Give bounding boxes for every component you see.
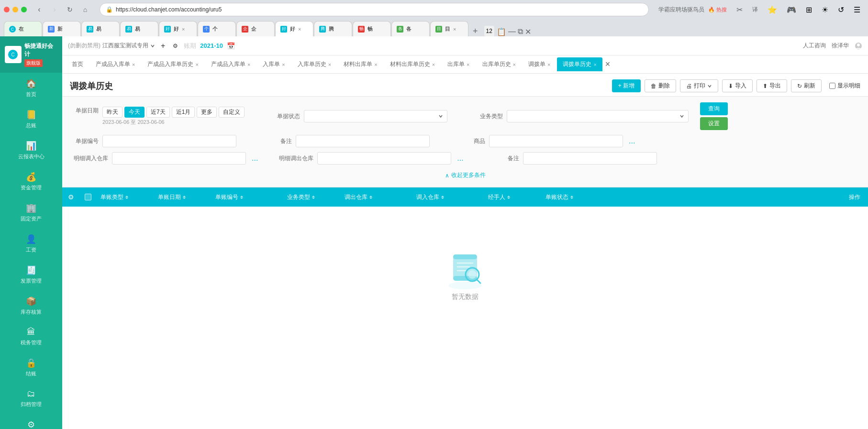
th-type[interactable]: 单账类型 (97, 193, 154, 201)
table-settings-icon[interactable]: ⚙ (68, 193, 74, 201)
window-close-icon[interactable]: ✕ (525, 27, 531, 36)
period-calendar-icon[interactable]: 📅 (227, 42, 235, 50)
extensions-btn[interactable]: ✂ (733, 4, 746, 16)
browser-tab-4[interactable]: 好 好 × (159, 21, 197, 36)
minimize-icon[interactable]: — (508, 27, 516, 36)
page-tab-pt8[interactable]: 材料出库单历史 × (384, 57, 441, 71)
page-tab-close-pt10[interactable]: × (513, 62, 516, 67)
print-btn[interactable]: 🖨 打印 (680, 79, 718, 92)
date-btn-more[interactable]: 更多 (197, 107, 217, 118)
home-btn[interactable]: ⌂ (78, 3, 92, 16)
refresh-btn[interactable]: ↻ (63, 3, 77, 16)
sidebar-item-inventory[interactable]: 📦 库存核算 (0, 290, 62, 321)
show-all-checkbox[interactable] (829, 83, 835, 89)
goods-input[interactable] (489, 135, 623, 147)
page-tab-close-pt3[interactable]: × (195, 62, 198, 67)
in-warehouse-dots-btn[interactable]: ... (252, 154, 258, 163)
th-in[interactable]: 调入仓库 (412, 193, 484, 201)
restore-icon[interactable]: ⧉ (518, 27, 523, 36)
browser-tab-10[interactable]: 各 各 (391, 21, 430, 36)
back-btn[interactable]: ‹ (33, 3, 46, 16)
date-btn-1month[interactable]: 近1月 (172, 107, 195, 118)
address-bar[interactable]: 🔒 https://cloud.chanjet.com/accounting/u… (100, 3, 649, 16)
browser-tab-2[interactable]: 易 易 (81, 21, 120, 36)
new-tab-btn[interactable]: + (469, 26, 482, 36)
date-btn-yesterday[interactable]: 昨天 (102, 107, 122, 118)
sidebar-item-assets[interactable]: 🏢 固定资产 (0, 197, 62, 228)
tab-count-badge[interactable]: 12 (484, 26, 494, 36)
goods-dots-btn[interactable]: ... (629, 137, 635, 145)
star-btn[interactable]: ⭐ (764, 4, 781, 16)
page-tab-pt4[interactable]: 产成品入库单 × (205, 57, 256, 71)
company-selector[interactable]: (勿删勿禁用) 江西服宝测试专用 (68, 42, 155, 50)
sidebar-item-settings[interactable]: ⚙ 基础设置 (0, 414, 62, 429)
page-tab-close-pt7[interactable]: × (374, 62, 377, 67)
browser-tab-chanjet[interactable]: C 在 (4, 21, 42, 36)
tab-close-11[interactable]: × (453, 26, 456, 32)
th-num[interactable]: 单账编号 (211, 193, 283, 201)
company-settings-btn[interactable]: ⚙ (171, 43, 180, 49)
date-btn-custom[interactable]: 自定义 (219, 107, 245, 118)
note2-input[interactable] (523, 152, 657, 165)
sidebar-item-tax[interactable]: 🏛 税务管理 (0, 321, 62, 352)
page-tab-pt12[interactable]: 调拨单历史 × (557, 57, 602, 71)
import-btn[interactable]: ⬇ 导入 (722, 79, 753, 92)
page-tab-pt3[interactable]: 产成品入库单历史 × (142, 57, 204, 71)
window-minimize-btn[interactable] (12, 7, 18, 12)
biz-type-select[interactable] (507, 110, 689, 122)
add-company-btn[interactable]: + (159, 42, 167, 50)
sidebar-item-funds[interactable]: 💰 资金管理 (0, 166, 62, 197)
doc-status-select[interactable] (304, 110, 447, 122)
sidebar-item-payroll[interactable]: 👤 工资 (0, 228, 62, 259)
browser-tab-5[interactable]: 个 个 (198, 21, 236, 36)
query-btn[interactable]: 查询 (700, 102, 728, 115)
browser-tab-8[interactable]: 腾 腾 (314, 21, 352, 36)
page-tab-pt7[interactable]: 材料出库单 × (338, 57, 383, 71)
close-all-tabs-btn[interactable]: × (605, 59, 611, 69)
browser-tab-3[interactable]: 易 易 (120, 21, 158, 36)
th-out[interactable]: 调出仓库 (341, 193, 412, 201)
delete-btn[interactable]: 🗑 删除 (645, 79, 676, 92)
grid-btn[interactable]: ⊞ (802, 4, 816, 16)
th-date[interactable]: 单账日期 (154, 193, 211, 201)
th-biz[interactable]: 业务类型 (283, 193, 341, 201)
in-warehouse-input[interactable] (112, 152, 246, 165)
filter-settings-btn[interactable]: 设置 (700, 117, 728, 130)
note-input[interactable] (296, 135, 430, 147)
out-warehouse-dots-btn[interactable]: ... (457, 154, 463, 163)
browser-tab-6[interactable]: 企 企 (236, 21, 275, 36)
select-all-checkbox[interactable] (85, 194, 91, 200)
page-tab-close-pt9[interactable]: × (467, 62, 469, 67)
page-tab-close-pt6[interactable]: × (328, 62, 331, 67)
page-tab-pt6[interactable]: 入库单历史 × (292, 57, 337, 71)
sidebar-item-home[interactable]: 🏠 首页 (0, 73, 62, 104)
th-checkbox[interactable] (79, 194, 97, 200)
tab-close-7[interactable]: × (298, 26, 301, 32)
page-tab-pt11[interactable]: 调拨单 × (523, 57, 556, 71)
out-warehouse-input[interactable] (317, 152, 451, 165)
page-tab-pt9[interactable]: 出库单 × (442, 57, 475, 71)
page-tab-home[interactable]: 首页 (66, 57, 89, 71)
date-btn-today[interactable]: 今天 (124, 107, 145, 118)
page-tab-close-pt11[interactable]: × (547, 62, 550, 67)
forward-btn[interactable]: › (48, 3, 61, 16)
refresh-page-btn[interactable]: ↻ 刷新 (791, 79, 822, 92)
date-btn-7days[interactable]: 近7天 (146, 107, 170, 118)
translate-btn[interactable]: 译 (748, 4, 762, 15)
browser-tab-11[interactable]: 目 目 × (430, 21, 468, 36)
page-tab-pt5[interactable]: 入库单 × (257, 57, 290, 71)
show-all-btn[interactable]: 显示明细 (829, 82, 860, 90)
tab-close-4[interactable]: × (182, 26, 185, 32)
browser-tab-9[interactable]: 畅 畅 (353, 21, 391, 36)
new-btn[interactable]: + 新增 (612, 79, 641, 92)
page-tab-close-pt5[interactable]: × (282, 62, 285, 67)
menu-btn[interactable]: ☰ (850, 4, 864, 16)
sidebar-item-archive[interactable]: 🗂 归档管理 (0, 383, 62, 414)
customer-service-btn[interactable]: 人工咨询 (803, 42, 826, 50)
page-tab-close-pt2[interactable]: × (132, 62, 135, 67)
browser-tab-1[interactable]: 新 新 (43, 21, 81, 36)
page-tab-pt2[interactable]: 产成品入库单 × (90, 57, 141, 71)
collapse-btn[interactable]: ∧ 收起更多条件 (445, 169, 486, 181)
window-maximize-btn[interactable] (21, 7, 27, 12)
page-tab-close-pt4[interactable]: × (247, 62, 250, 67)
